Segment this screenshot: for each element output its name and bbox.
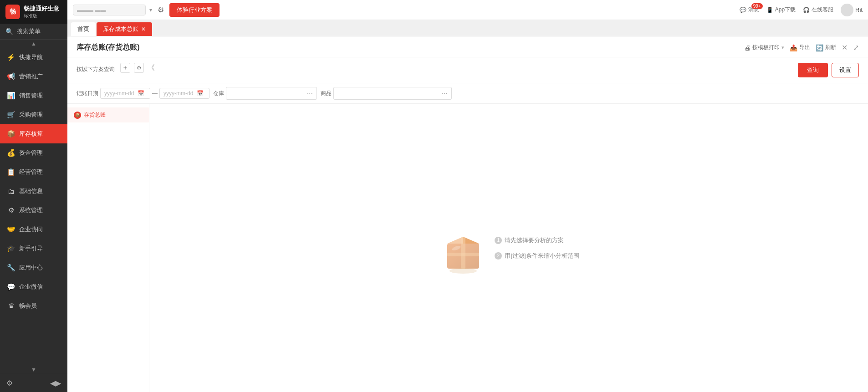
empty-hint-2: 2 用[过滤]条件来缩小分析范围 (495, 250, 579, 262)
tabs-bar: 首页 库存成本总账 ✕ (67, 20, 868, 36)
date-separator: — (152, 90, 158, 97)
filter-row: 记账日期 yyyy-mm-dd 📅 — yyyy-mm-dd 📅 仓库 ··· (67, 83, 868, 104)
sidebar: 畅 畅捷通好生意 标准版 🔍 搜索菜单 ▲ ⚡ 快捷导航 📢 营销推广 📊 销售… (0, 0, 67, 392)
product-filter-field: 商品 ··· (321, 87, 452, 100)
sidebar-item-purchase[interactable]: 🛒 采购管理 (0, 105, 67, 124)
finance-icon: 💰 (6, 149, 15, 157)
wechat-icon: 💬 (6, 283, 15, 291)
sales-icon: 📊 (6, 92, 15, 100)
sidebar-item-basic[interactable]: 🗂 基础信息 (0, 182, 67, 201)
inventory-icon: 📦 (6, 130, 15, 138)
filter-area: 按以下方案查询 ＋ ⚙ 《 查询 设置 (67, 57, 868, 83)
industry-solution-btn[interactable]: 体验行业方案 (169, 3, 220, 17)
tab-home[interactable]: 首页 (71, 22, 96, 36)
sidebar-item-appstore[interactable]: 🔧 应用中心 (0, 258, 67, 277)
sidebar-item-guide[interactable]: 🎓 新手引导 (0, 239, 67, 258)
message-icon: 💬 (740, 7, 746, 13)
topbar: ▬▬▬ ▬▬ ▾ ⚙ 体验行业方案 💬 消息 99+ 📱 App下载 🎧 在线客… (67, 0, 868, 20)
sidebar-search[interactable]: 🔍 搜索菜单 (0, 24, 67, 40)
sidebar-item-wechat[interactable]: 💬 企业微信 (0, 277, 67, 296)
empty-hint-1: 1 请先选择要分析的方案 (495, 234, 579, 246)
scheme-item-inventory-ledger[interactable]: 📦 存货总账 (67, 107, 149, 122)
page-header: 库存总账(存货总账) 🖨 按模板打印 ▾ 📤 导出 🔄 刷新 ✕ ⤢ (67, 36, 868, 57)
sidebar-item-sales[interactable]: 📊 销售管理 (0, 86, 67, 105)
date-to-input[interactable]: yyyy-mm-dd 📅 (159, 88, 209, 99)
search-area-text: ▬▬▬ ▬▬ (77, 7, 106, 13)
warehouse-input[interactable]: ··· (226, 87, 317, 100)
appstore-icon: 🔧 (6, 264, 15, 272)
close-panel-btn[interactable]: ✕ (842, 43, 848, 52)
product-label: 商品 (321, 90, 332, 97)
svg-rect-5 (447, 253, 479, 256)
print-template-btn[interactable]: 🖨 按模板打印 ▾ (744, 44, 784, 51)
export-btn[interactable]: 📤 导出 (790, 44, 810, 51)
topbar-right: 💬 消息 99+ 📱 App下载 🎧 在线客服 Rit (740, 4, 863, 16)
marketing-icon: 📢 (6, 72, 15, 81)
sidebar-item-inventory[interactable]: 📦 库存核算 (0, 124, 67, 143)
guide-icon: 🎓 (6, 244, 15, 253)
search-icon: 🔍 (5, 28, 13, 35)
sidebar-item-marketing[interactable]: 📢 营销推广 (0, 67, 67, 86)
print-chevron-icon[interactable]: ▾ (781, 45, 784, 51)
calendar-to-icon[interactable]: 📅 (197, 90, 204, 97)
refresh-btn[interactable]: 🔄 刷新 (816, 44, 836, 51)
scroll-down-btn[interactable]: ▼ (0, 366, 67, 374)
sidebar-item-cooperation[interactable]: 🤝 企业协同 (0, 220, 67, 239)
sidebar-item-member[interactable]: ♛ 畅会员 (0, 296, 67, 316)
purchase-icon: 🛒 (6, 111, 15, 119)
user-profile-btn[interactable]: Rit (841, 4, 863, 16)
scroll-up-btn[interactable]: ▲ (0, 40, 67, 48)
sidebar-item-business[interactable]: 📋 经营管理 (0, 163, 67, 182)
business-icon: 📋 (6, 168, 15, 176)
app-logo: 畅 畅捷通好生意 标准版 (0, 0, 67, 24)
settings-footer-btn[interactable]: ⚙ (6, 379, 13, 387)
topbar-search-area[interactable]: ▬▬▬ ▬▬ (73, 5, 146, 15)
quick-nav-icon: ⚡ (6, 53, 15, 61)
date-filter-field: 记账日期 yyyy-mm-dd 📅 — yyyy-mm-dd 📅 (77, 88, 209, 99)
filter-collapse-btn[interactable]: 《 (148, 63, 155, 73)
collapse-sidebar-btn[interactable]: ◀▶ (50, 379, 61, 387)
filter-settings-btn[interactable]: ⚙ (134, 63, 144, 73)
phone-icon: 📱 (766, 7, 773, 13)
product-more-icon[interactable]: ··· (442, 89, 448, 97)
content-area: 📦 存货总账 (67, 104, 868, 392)
logo-icon: 畅 (5, 5, 20, 19)
empty-text: 1 请先选择要分析的方案 2 用[过滤]条件来缩小分析范围 (495, 234, 579, 262)
message-btn[interactable]: 💬 消息 99+ (740, 6, 759, 14)
filter-add-btn[interactable]: ＋ (120, 63, 130, 73)
expand-panel-btn[interactable]: ⤢ (853, 43, 859, 52)
page-header-actions: 🖨 按模板打印 ▾ 📤 导出 🔄 刷新 ✕ ⤢ (744, 43, 859, 52)
date-from-input[interactable]: yyyy-mm-dd 📅 (100, 88, 150, 99)
topbar-gear-icon[interactable]: ⚙ (156, 4, 166, 16)
member-icon: ♛ (6, 302, 15, 310)
query-btn[interactable]: 查询 (798, 63, 828, 77)
app-download-btn[interactable]: 📱 App下载 (766, 6, 796, 14)
scheme-panel: 📦 存货总账 (67, 104, 149, 392)
tab-inventory-ledger[interactable]: 库存成本总账 ✕ (97, 22, 152, 36)
logo-text: 畅捷通好生意 标准版 (24, 5, 59, 19)
refresh-icon: 🔄 (816, 44, 823, 51)
warehouse-more-icon[interactable]: ··· (307, 89, 313, 97)
sidebar-footer: ⚙ ◀▶ (0, 374, 67, 392)
warehouse-label: 仓库 (213, 90, 224, 97)
filter-label: 按以下方案查询 (77, 63, 115, 73)
svg-point-7 (449, 268, 477, 274)
basic-icon: 🗂 (6, 188, 15, 195)
tab-close-btn[interactable]: ✕ (141, 26, 146, 32)
sidebar-item-quick-nav[interactable]: ⚡ 快捷导航 (0, 48, 67, 67)
system-icon: ⚙ (6, 206, 15, 214)
empty-state-area: 1 请先选择要分析的方案 2 用[过滤]条件来缩小分析范围 (149, 104, 868, 392)
warehouse-filter-field: 仓库 ··· (213, 87, 317, 100)
calendar-from-icon[interactable]: 📅 (138, 90, 144, 97)
product-input[interactable]: ··· (333, 87, 452, 100)
sidebar-nav: ⚡ 快捷导航 📢 营销推广 📊 销售管理 🛒 采购管理 📦 库存核算 💰 资金管… (0, 48, 67, 366)
page-settings-btn[interactable]: 设置 (832, 63, 859, 77)
topbar-chevron-icon[interactable]: ▾ (149, 7, 152, 13)
svg-marker-2 (463, 237, 479, 244)
printer-icon: 🖨 (744, 44, 751, 51)
sidebar-item-system[interactable]: ⚙ 系统管理 (0, 201, 67, 220)
step-1-badge: 1 (495, 237, 502, 244)
topbar-left: ▬▬▬ ▬▬ ▾ ⚙ 体验行业方案 (73, 3, 736, 17)
online-service-btn[interactable]: 🎧 在线客服 (803, 6, 833, 14)
sidebar-item-finance[interactable]: 💰 资金管理 (0, 143, 67, 163)
